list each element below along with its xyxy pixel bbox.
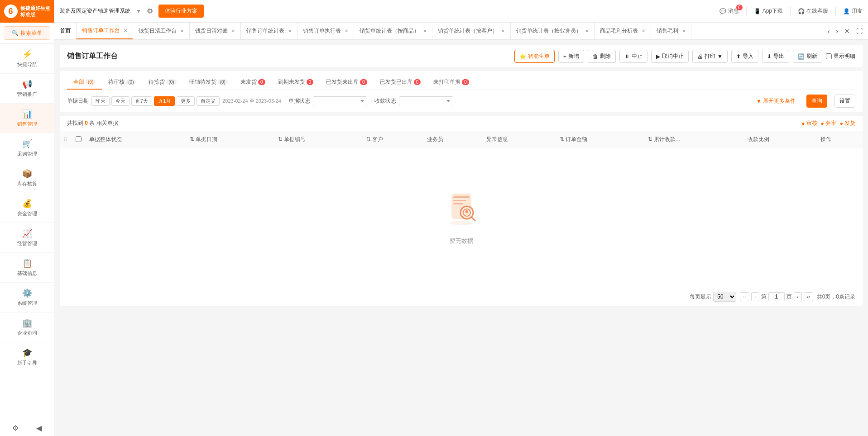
tab-home[interactable]: 首页 [54, 23, 77, 39]
filter-tab-wangpu[interactable]: 旺铺待发货(0) [183, 76, 234, 90]
date-btn-yesterday[interactable]: 昨天 [91, 96, 110, 106]
sidebar-item-operations[interactable]: 📈 经营管理 [0, 223, 54, 253]
review-action-button[interactable]: ● 审核 [801, 119, 817, 127]
th-amount[interactable]: ⇅ 订单金额 [556, 131, 644, 148]
sidebar-item-enterprise[interactable]: 🏢 企业协同 [0, 313, 54, 342]
svg-rect-2 [453, 196, 470, 198]
app-download-button[interactable]: 📱 App下载 [754, 7, 783, 15]
tab-sales-workbench[interactable]: 销售订单工作台 ✕ [77, 23, 133, 39]
show-detail-label[interactable]: 显示明细 [826, 52, 855, 60]
horizontal-scrollbar[interactable] [67, 281, 855, 287]
tab-close-cash-daily[interactable]: ✕ [180, 28, 184, 33]
sort-icon-3: ⇅ [366, 136, 371, 142]
sidebar-item-basic-info[interactable]: 📋 基础信息 [0, 253, 54, 283]
tab-scroll-right-button[interactable]: › [834, 27, 840, 36]
ship-action-button[interactable]: ● 发货 [840, 119, 855, 127]
th-date[interactable]: ⇅ 单据日期 [186, 131, 274, 148]
page-size-select[interactable]: 10 20 50 100 [713, 292, 736, 302]
tab-sales-execute[interactable]: 销售订单执行表 ✕ [297, 23, 354, 39]
settings-gear-icon[interactable]: ⚙ [147, 7, 153, 15]
sidebar-item-marketing[interactable]: 📢 营销推广 [0, 74, 54, 104]
first-page-button[interactable]: « [740, 292, 749, 301]
tab-sales-stats[interactable]: 销售订单统计表 ✕ [241, 23, 297, 39]
print-button[interactable]: 🖨 打印 ▼ [692, 50, 728, 63]
filter-tab-not-shipped[interactable]: 未发货0 [234, 76, 272, 90]
tab-fullscreen-button[interactable]: ⛶ [854, 27, 864, 36]
filter-tab-expired-not-shipped[interactable]: 到期未发货0 [272, 76, 320, 90]
sidebar-item-inventory[interactable]: 📦 库存核算 [0, 163, 54, 193]
export-button[interactable]: ⬇ 导出 [762, 50, 789, 63]
page-number-input[interactable] [768, 292, 785, 301]
filter-tab-shipped-not-out[interactable]: 已发货未出库0 [320, 76, 374, 90]
pause-button[interactable]: ⏸ 中止 [619, 50, 647, 63]
tab-close-all-button[interactable]: ✕ [843, 27, 852, 36]
message-button[interactable]: 💬 消息 6 [719, 7, 739, 15]
filter-tab-shipped-out[interactable]: 已发货已出库0 [374, 76, 427, 90]
collapse-icon[interactable]: ◀ [36, 424, 42, 432]
th-action: 操作 [817, 131, 863, 148]
svg-point-0 [450, 221, 473, 225]
tab-close-sales-stats-product[interactable]: ✕ [423, 28, 427, 33]
import-button[interactable]: ⬆ 导入 [731, 50, 758, 63]
sidebar-item-finance[interactable]: 💰 资金管理 [0, 193, 54, 223]
filter-settings-button[interactable]: 设置 [834, 95, 855, 108]
select-all-checkbox[interactable] [76, 136, 82, 142]
tab-close-cash-reconcile[interactable]: ✕ [231, 28, 235, 33]
online-service-button[interactable]: 🎧 在线客服 [798, 7, 828, 15]
sidebar-item-guide[interactable]: 🎓 新手引导 [0, 342, 54, 372]
date-btn-more[interactable]: 更多 [177, 96, 195, 106]
date-btn-custom[interactable]: 自定义 [197, 96, 220, 106]
th-collected[interactable]: ⇅ 累计收款... [644, 131, 744, 148]
expand-conditions-button[interactable]: ▼ 展开更多条件 [756, 97, 796, 105]
tab-close-sales-stats[interactable]: ✕ [288, 28, 292, 33]
show-detail-checkbox[interactable] [826, 53, 832, 59]
date-range-display: 2023-02-24 至 2023-03-24 [222, 98, 281, 104]
sidebar-item-purchase[interactable]: 🛒 采购管理 [0, 133, 54, 163]
payment-select[interactable] [399, 96, 453, 106]
user-avatar[interactable]: 👤 用友 [843, 7, 863, 15]
date-btn-today[interactable]: 今天 [111, 96, 129, 106]
unreviewed-action-button[interactable]: ● 弃审 [821, 119, 836, 127]
delete-button[interactable]: 🗑 删除 [588, 50, 616, 63]
date-btn-7days[interactable]: 近7天 [131, 96, 152, 106]
add-button[interactable]: + 新增 [558, 50, 584, 63]
filter-tab-pending-review[interactable]: 待审核(0) [102, 76, 142, 90]
filter-area: 全部(0) 待审核(0) 待拣货(0) 旺铺待发货(0) 未发货0 到期未发货0 [60, 71, 863, 112]
refresh-button[interactable]: 🔄 刷新 [793, 50, 822, 63]
tab-close-sales-execute[interactable]: ✕ [345, 28, 348, 33]
tab-cash-daily[interactable]: 钱货日清工作台 ✕ [133, 23, 190, 39]
next-page-button[interactable]: › [794, 292, 802, 301]
prev-page-button[interactable]: ‹ [751, 292, 759, 301]
tab-sales-stats-product[interactable]: 销货单统计表（按商品） ✕ [354, 23, 432, 39]
th-customer[interactable]: ⇅ 客户 [363, 131, 423, 148]
tab-close-sales-workbench[interactable]: ✕ [124, 28, 127, 33]
settings-icon[interactable]: ⚙ [12, 424, 19, 432]
tab-sales-stats-staff[interactable]: 销货单统计表（按业务员） ✕ [511, 23, 595, 39]
cancel-pause-button[interactable]: ▶ 取消中止 [651, 50, 689, 63]
industry-solution-button[interactable]: 体验行业方案 [158, 5, 204, 18]
status-select[interactable] [313, 96, 367, 106]
tab-close-sales-stats-customer[interactable]: ✕ [501, 28, 505, 33]
tab-close-product-margin[interactable]: ✕ [642, 28, 645, 33]
sidebar-item-system[interactable]: ⚙️ 系统管理 [0, 283, 54, 313]
smart-create-button[interactable]: ⭐ 智能生单 [514, 50, 555, 63]
tab-close-sales-stats-staff[interactable]: ✕ [585, 28, 589, 33]
tab-close-sales-margin[interactable]: ✕ [682, 28, 686, 33]
th-number[interactable]: ⇅ 单据编号 [274, 131, 363, 148]
search-menu-button[interactable]: 🔍 搜索菜单 [4, 26, 50, 40]
tab-product-margin[interactable]: 商品毛利分析表 ✕ [595, 23, 651, 39]
tab-scroll-left-button[interactable]: ‹ [826, 27, 832, 36]
query-button[interactable]: 查询 [806, 95, 827, 108]
print-icon: 🖨 [697, 53, 703, 60]
sidebar-item-sales[interactable]: 📊 销售管理 [0, 104, 54, 133]
filter-tab-not-printed[interactable]: 未打印单据0 [427, 76, 475, 90]
filter-tab-all[interactable]: 全部(0) [67, 76, 102, 90]
tab-sales-stats-customer[interactable]: 销货单统计表（按客户） ✕ [432, 23, 511, 39]
tab-cash-reconcile[interactable]: 钱货日清对账 ✕ [190, 23, 241, 39]
tab-sales-margin[interactable]: 销售毛利 ✕ [651, 23, 691, 39]
date-btn-1month[interactable]: 近1月 [154, 96, 175, 106]
filter-tab-pending-inspect[interactable]: 待拣货(0) [142, 76, 182, 90]
last-page-button[interactable]: » [804, 292, 813, 301]
main-content: 装备及固定资产辅助管理系统 ▼ ⚙ 体验行业方案 💬 消息 6 📱 App下载 … [54, 0, 868, 436]
sidebar-item-quick-nav[interactable]: ⚡ 快捷导航 [0, 44, 54, 74]
